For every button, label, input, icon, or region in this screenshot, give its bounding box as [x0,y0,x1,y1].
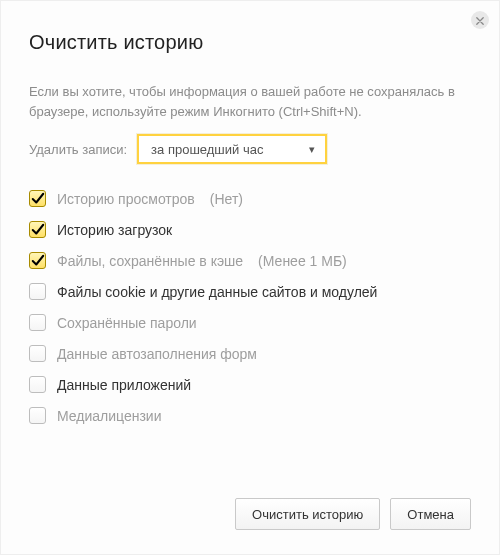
timerange-label: Удалить записи: [29,142,127,157]
checkbox[interactable] [29,190,46,207]
chevron-down-icon: ▾ [309,143,315,156]
option-label: Историю просмотров [57,191,195,207]
option-label: Файлы, сохранённые в кэше [57,253,243,269]
dialog-description: Если вы хотите, чтобы информация о вашей… [29,82,471,122]
close-button[interactable] [471,11,489,29]
clear-history-button[interactable]: Очистить историю [235,498,380,530]
dialog-actions: Очистить историю Отмена [235,498,471,530]
checkbox[interactable] [29,252,46,269]
check-icon [31,192,45,206]
option-label: Данные автозаполнения форм [57,346,257,362]
checkbox[interactable] [29,345,46,362]
timerange-row: Удалить записи: за прошедший час ▾ [29,134,471,164]
dialog-title: Очистить историю [29,31,471,54]
option-label: Данные приложений [57,377,191,393]
check-icon [31,254,45,268]
checkbox[interactable] [29,221,46,238]
option-hint: (Нет) [210,191,243,207]
option-browsing-history[interactable]: Историю просмотров (Нет) [29,190,471,207]
check-icon [31,223,45,237]
timerange-selected-value: за прошедший час [151,142,263,157]
clear-history-dialog: Очистить историю Если вы хотите, чтобы и… [0,0,500,555]
checkbox[interactable] [29,314,46,331]
option-autofill-data[interactable]: Данные автозаполнения форм [29,345,471,362]
option-cached-files[interactable]: Файлы, сохранённые в кэше (Менее 1 МБ) [29,252,471,269]
options-list: Историю просмотров (Нет) Историю загрузо… [29,190,471,424]
close-icon [476,11,484,29]
option-cookies[interactable]: Файлы cookie и другие данные сайтов и мо… [29,283,471,300]
option-label: Файлы cookie и другие данные сайтов и мо… [57,284,377,300]
option-saved-passwords[interactable]: Сохранённые пароли [29,314,471,331]
option-label: Медиалицензии [57,408,162,424]
option-app-data[interactable]: Данные приложений [29,376,471,393]
option-media-licenses[interactable]: Медиалицензии [29,407,471,424]
option-hint: (Менее 1 МБ) [258,253,347,269]
option-download-history[interactable]: Историю загрузок [29,221,471,238]
option-label: Историю загрузок [57,222,172,238]
checkbox[interactable] [29,283,46,300]
option-label: Сохранённые пароли [57,315,197,331]
timerange-select[interactable]: за прошедший час ▾ [137,134,327,164]
checkbox[interactable] [29,407,46,424]
checkbox[interactable] [29,376,46,393]
cancel-button[interactable]: Отмена [390,498,471,530]
